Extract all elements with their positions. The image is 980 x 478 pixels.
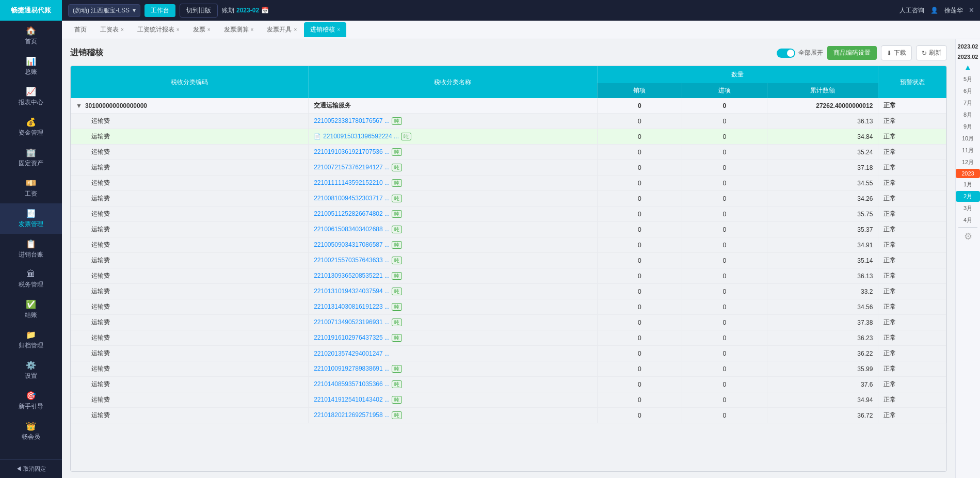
cell-sale: 0 — [597, 284, 682, 299]
tab-invoice-issue[interactable]: 发票开具 × — [261, 22, 303, 37]
cell-status: 正常 — [878, 346, 946, 361]
expand-toggle[interactable] — [777, 49, 795, 58]
th-warning-status: 预警状态 — [878, 66, 946, 98]
switch-version-btn[interactable]: 切到旧版 — [180, 4, 218, 18]
cell-sale: 0 — [597, 346, 682, 361]
right-panel-month-9[interactable]: 9月 — [956, 121, 980, 133]
tab-payroll[interactable]: 工资表 × — [94, 22, 130, 37]
cell-purchase: 0 — [682, 98, 767, 114]
tab-payroll-close[interactable]: × — [121, 27, 124, 33]
sidebar-item-archive[interactable]: 📁 归档管理 — [0, 325, 62, 355]
sidebar-item-reports[interactable]: 📈 报表中心 — [0, 82, 62, 112]
cell-invoice: 22101408593571035366 ...吨 — [309, 377, 597, 392]
sidebar-item-payroll[interactable]: 💴 工资 — [0, 173, 62, 203]
right-panel-month-4[interactable]: 4月 — [956, 214, 980, 226]
cell-code: 运输费 — [71, 346, 309, 361]
right-panel-period-1: 2023.02 — [956, 41, 980, 52]
tab-payroll-stats[interactable]: 工资统计报表 × — [131, 22, 186, 37]
sidebar-item-tax[interactable]: 🏛 税务管理 — [0, 264, 62, 294]
tab-invoice-issue-close[interactable]: × — [294, 27, 297, 33]
download-btn[interactable]: ⬇ 下载 — [881, 45, 912, 60]
workspace-btn[interactable]: 工作台 — [144, 4, 175, 17]
right-panel-scroll-up[interactable]: ▲ — [963, 62, 973, 73]
cell-sale: 0 — [597, 330, 682, 346]
cell-purchase: 0 — [682, 191, 767, 206]
cell-purchase: 0 — [682, 129, 767, 145]
cell-sale: 0 — [597, 253, 682, 268]
support-btn[interactable]: 人工咨询 — [899, 6, 924, 15]
cell-code: 运输费 — [71, 206, 309, 222]
cell-total: 37.6 — [767, 377, 878, 392]
right-panel-year-2023-label: 2023 — [956, 169, 980, 178]
th-tax-name: 税收分类名称 — [309, 66, 597, 98]
settings-btn[interactable]: 商品编码设置 — [827, 46, 877, 60]
right-panel-month-1[interactable]: 1月 — [956, 179, 980, 190]
th-tax-code: 税收分类编码 — [71, 66, 309, 98]
guide-icon: 🎯 — [26, 391, 36, 401]
tab-home[interactable]: 首页 — [68, 22, 93, 37]
right-panel-month-6[interactable]: 6月 — [956, 85, 980, 97]
tab-payroll-stats-close[interactable]: × — [176, 27, 180, 33]
cell-invoice: 22100215570357643633 ...吨 — [309, 253, 597, 268]
cell-purchase: 0 — [682, 284, 767, 299]
calendar-icon[interactable]: 📅 — [261, 7, 269, 14]
cell-total: 35.99 — [767, 361, 878, 377]
tab-invoice[interactable]: 发票 × — [187, 22, 217, 37]
cell-code: 运输费 — [71, 361, 309, 377]
tab-purchase-sales-check[interactable]: 进销稽核 × — [304, 22, 346, 37]
sidebar-item-purchase-sales[interactable]: 📋 进销台账 — [0, 234, 62, 264]
right-panel-settings-icon[interactable]: ⚙ — [964, 231, 972, 242]
right-panel-month-8[interactable]: 8月 — [956, 109, 980, 121]
right-panel-month-12[interactable]: 12月 — [956, 156, 980, 168]
sidebar-item-settings[interactable]: ⚙️ 设置 — [0, 355, 62, 386]
topbar-close-btn[interactable]: × — [969, 6, 974, 15]
right-panel-month-5[interactable]: 5月 — [956, 73, 980, 85]
sidebar-item-funds[interactable]: 💰 资金管理 — [0, 112, 62, 142]
sidebar-item-guide[interactable]: 🎯 新手引导 — [0, 386, 62, 416]
user-avatar: 👤 — [930, 7, 938, 14]
right-panel-month-2-active[interactable]: 2月 — [956, 191, 980, 202]
table-row: 运输费 22101419125410143402 ...吨 0 0 34.94 … — [71, 392, 946, 408]
sidebar-unpin-btn[interactable]: ◀ 取消固定 — [0, 459, 62, 478]
cell-invoice: 22101309365208535221 ...吨 — [309, 268, 597, 284]
right-panel-month-7[interactable]: 7月 — [956, 97, 980, 109]
archive-icon: 📁 — [26, 330, 36, 340]
cell-code: ▼301000000000000000 — [71, 98, 309, 114]
download-icon: ⬇ — [887, 50, 892, 57]
tab-purchase-sales-check-close[interactable]: × — [337, 27, 340, 33]
table-row: 运输费 22101820212692571958 ...吨 0 0 36.72 … — [71, 408, 946, 423]
right-panel-month-3[interactable]: 3月 — [956, 202, 980, 214]
cell-sale: 0 — [597, 98, 682, 114]
cell-total: 35.14 — [767, 253, 878, 268]
right-panel-month-10[interactable]: 10月 — [956, 133, 980, 145]
cell-code: 运输费 — [71, 191, 309, 206]
sidebar-item-ledger[interactable]: 📊 总账 — [0, 51, 62, 82]
table-row: 运输费 22101309365208535221 ...吨 0 0 36.13 … — [71, 268, 946, 284]
cell-sale: 0 — [597, 361, 682, 377]
main-area: (勿动) 江西服宝-LSS ▾ 工作台 切到旧版 账期 2023-02 📅 人工… — [62, 0, 980, 478]
sidebar-item-member[interactable]: 👑 畅会员 — [0, 416, 62, 447]
cell-sale: 0 — [597, 129, 682, 145]
right-panel-month-11[interactable]: 11月 — [956, 145, 980, 156]
refresh-btn[interactable]: ↻ 刷新 — [916, 45, 947, 60]
table-row: 运输费 22100511252826674802 ...吨 0 0 35.75 … — [71, 206, 946, 222]
cell-total: 35.37 — [767, 222, 878, 237]
tab-invoice-calc[interactable]: 发票测算 × — [218, 22, 260, 37]
table-body: ▼301000000000000000 交通运输服务 0 0 27262.400… — [71, 98, 946, 423]
cell-purchase: 0 — [682, 253, 767, 268]
cell-status: 正常 — [878, 330, 946, 346]
table-row: 运输费 22101916102976437325 ...吨 0 0 36.23 … — [71, 330, 946, 346]
sidebar-item-home[interactable]: 🏠 首页 — [0, 21, 62, 51]
cell-total: 34.55 — [767, 176, 878, 191]
company-name: (勿动) 江西服宝-LSS — [73, 6, 130, 15]
company-selector[interactable]: (勿动) 江西服宝-LSS ▾ — [68, 4, 140, 17]
tab-invoice-calc-close[interactable]: × — [251, 27, 254, 33]
table-row: 运输费 22101910361921707536 ...吨 0 0 35.24 … — [71, 145, 946, 160]
cell-status: 正常 — [878, 237, 946, 253]
cell-sale: 0 — [597, 392, 682, 408]
sidebar-item-assets[interactable]: 🏢 固定资产 — [0, 142, 62, 173]
sidebar-item-invoice[interactable]: 🧾 发票管理 — [0, 203, 62, 234]
tab-invoice-close[interactable]: × — [207, 27, 211, 33]
th-purchase: 进项 — [682, 83, 767, 98]
sidebar-item-close-account[interactable]: ✅ 结账 — [0, 294, 62, 325]
